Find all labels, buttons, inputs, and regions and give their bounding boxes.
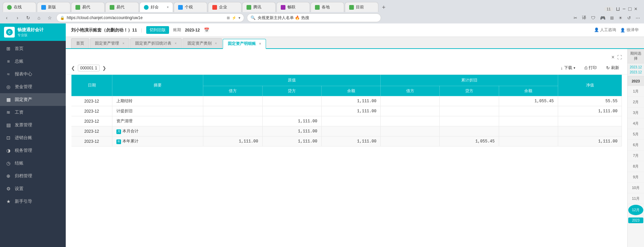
address-bar[interactable]: 🔒 https://cloud.chanjet.com/accounting/u… (56, 13, 244, 22)
period-end-date[interactable]: 2023.12 (629, 70, 643, 75)
period-month-4[interactable]: 4月 (628, 118, 644, 129)
tab-close-fixed-category[interactable]: × (215, 42, 217, 45)
brightness-btn[interactable]: ☀ (617, 15, 624, 21)
period-month-11[interactable]: 11月 (628, 193, 644, 204)
sidebar-item-invoice[interactable]: ▤ 发票管理 (0, 119, 66, 131)
cell-yz-balance-2 (321, 116, 380, 126)
tab-close-fixed-detail[interactable]: × (259, 42, 261, 46)
tab-close-fixed-mgmt[interactable]: × (122, 42, 124, 45)
nav-back-btn[interactable]: ‹ (3, 14, 11, 22)
calendar-icon[interactable]: 📅 (204, 27, 209, 33)
switch-version-button[interactable]: 切到旧版 (146, 26, 169, 34)
translate-btn[interactable]: 译 (581, 14, 588, 21)
cell-netvalue-0: 55.55 (558, 96, 622, 106)
sidebar-item-home[interactable]: ⊞ 首页 (0, 42, 66, 55)
sidebar-item-settings[interactable]: ⚙ 设置 (0, 182, 66, 195)
cell-netvalue-3 (558, 126, 622, 136)
tab-close-haohui[interactable]: × (167, 5, 169, 9)
sidebar-item-reports[interactable]: ≈ 报表中心 (0, 68, 66, 80)
nav-forward-btn[interactable]: › (13, 14, 21, 22)
print-btn[interactable]: ⎙ 打印 (582, 64, 599, 72)
tab-fixed-category[interactable]: 固定资产类别 × (182, 38, 222, 48)
browser-tab-haohui[interactable]: 好会 × (140, 2, 173, 12)
purchase-icon: ⊡ (5, 135, 11, 141)
browser-close-btn[interactable]: × (634, 6, 637, 12)
shield-btn[interactable]: 🛡 (590, 15, 597, 21)
browser-tab-qiye[interactable]: 企业 (208, 2, 241, 12)
download-chevron-icon: ▾ (574, 66, 575, 70)
new-tab-button[interactable]: + (379, 3, 388, 12)
sidebar-item-ledger[interactable]: ≡ 总账 (0, 55, 66, 68)
period-month-6[interactable]: 6月 (628, 140, 644, 150)
cell-yz-balance-0: 1,111.00 (321, 96, 380, 106)
support-btn[interactable]: 👤 人工咨询 (594, 27, 616, 33)
sidebar-item-purchase[interactable]: ⊡ 进销台账 (0, 131, 66, 144)
scissors-btn[interactable]: ✂ (572, 15, 579, 21)
period-month-5[interactable]: 5月 (628, 129, 644, 140)
sidebar-item-tax[interactable]: ◑ 税务管理 (0, 144, 66, 157)
sidebar-item-closing[interactable]: ◷ 结账 (0, 157, 66, 170)
browser-tab-new[interactable]: 新版 (37, 2, 70, 12)
sidebar-item-archive[interactable]: ⊕ 归档管理 (0, 170, 66, 182)
period-month-7[interactable]: 7月 (628, 150, 644, 161)
browser-tab-yidai1[interactable]: 易代 (71, 2, 105, 12)
browser-tab-chang[interactable]: 畅联 (276, 2, 310, 12)
tab-home[interactable]: 首页 (71, 38, 89, 48)
app-container: C 畅捷通好会计 专业版 ⊞ 首页 ≡ 总账 ≈ 报表中心 (0, 23, 644, 247)
sidebar-label-newbie: 新手引导 (15, 198, 32, 204)
col-leiji-header: 累计折旧 (381, 75, 558, 86)
period-start-date[interactable]: 2023.12 (629, 65, 643, 70)
expand-panel-btn[interactable]: ⛶ (617, 55, 622, 60)
sidebar-item-payroll[interactable]: ≋ 工资 (0, 106, 66, 119)
period-month-12[interactable]: 12月 (628, 205, 643, 215)
next-page-btn[interactable]: ❯ (102, 65, 106, 71)
nav-refresh-btn[interactable]: ↻ (24, 14, 32, 22)
more-btn[interactable]: ⋯ (634, 15, 641, 21)
browser-maximize-btn[interactable]: □ (628, 6, 632, 12)
address-expand-icon[interactable]: ▾ (238, 16, 240, 20)
tab-close-depreciation-stat[interactable]: × (175, 42, 177, 45)
download-btn[interactable]: ↓ 下载 ▾ (558, 64, 578, 72)
period-panel: 期间选择 2023.12 2023.12 2023 1月 2月 3月 4月 5月… (627, 49, 644, 247)
browser-minimize-btn[interactable]: − (623, 6, 626, 12)
table-row: 2023-12 资产清理 1,111.00 (71, 116, 622, 126)
tab-count-badge: 11 (604, 7, 613, 11)
browser-tab-gedi[interactable]: 各地 (311, 2, 344, 12)
close-panel-btn[interactable]: × (611, 54, 614, 60)
period-month-9[interactable]: 9月 (628, 172, 644, 183)
browser-tab-online[interactable]: 在线 (3, 2, 36, 12)
user-name: 刘小艳演示账套（勿删勿动！）11 (71, 27, 137, 33)
content-area: × ⛶ ❮ 000001 1 ❯ ↓ (66, 49, 644, 247)
cell-yz-credit-3: 1,111.00 (262, 126, 321, 136)
browser-tab-yidai2[interactable]: 易代 (105, 2, 139, 12)
period-month-3[interactable]: 3月 (628, 108, 644, 118)
game-btn[interactable]: 🎮 (599, 15, 607, 21)
cell-lj-debit-0 (381, 96, 440, 106)
period-month-1[interactable]: 1月 (628, 86, 644, 97)
tab-fixed-mgmt[interactable]: 固定资产管理 × (90, 38, 129, 48)
period-month-10[interactable]: 10月 (628, 183, 644, 193)
sidebar-item-fixed[interactable]: ▦ 固定资产 (0, 93, 66, 106)
period-month-2[interactable]: 2月 (628, 97, 644, 108)
search-bar[interactable]: 🔍 央视更新主持人名单 🔥 热搜 (247, 13, 381, 22)
table-row: 2023-12 月本月合计 1,111.00 (71, 126, 622, 136)
history-btn[interactable]: ↺ (626, 15, 632, 21)
cell-date-2: 2023-12 (71, 116, 112, 126)
browser-tab-geshui[interactable]: 个税 (174, 2, 207, 12)
browser-tab-tencent[interactable]: 腾讯 (242, 2, 276, 12)
sidebar-item-funds[interactable]: ◎ 资金管理 (0, 80, 66, 93)
prev-page-btn[interactable]: ❮ (71, 65, 75, 71)
refresh-btn[interactable]: ↻ 刷新 (603, 64, 622, 72)
period-month-8[interactable]: 8月 (628, 161, 644, 172)
main-content: 刘小艳演示账套（勿删勿动！）11 | 切到旧版 账期 2023-12 📅 👤 人… (66, 23, 644, 247)
nav-home-btn[interactable]: ⌂ (35, 14, 43, 22)
url-text: https://cloud.chanjet.com/accounting/uw1… (67, 15, 225, 20)
sidebar-label-funds: 资金管理 (15, 84, 32, 90)
layout-btn[interactable]: ⊞ (609, 15, 615, 21)
browser-tab-muqian[interactable]: 目前 (345, 2, 378, 12)
tab-depreciation-stat[interactable]: 固定资产折旧统计表 × (130, 38, 182, 48)
tab-fixed-detail[interactable]: 固定资产明细账 × (223, 39, 266, 49)
browser-profile-btn[interactable]: ⊔ (616, 6, 620, 12)
nav-star-btn[interactable]: ☆ (46, 14, 54, 22)
sidebar-item-newbie[interactable]: ★ 新手引导 (0, 195, 66, 208)
